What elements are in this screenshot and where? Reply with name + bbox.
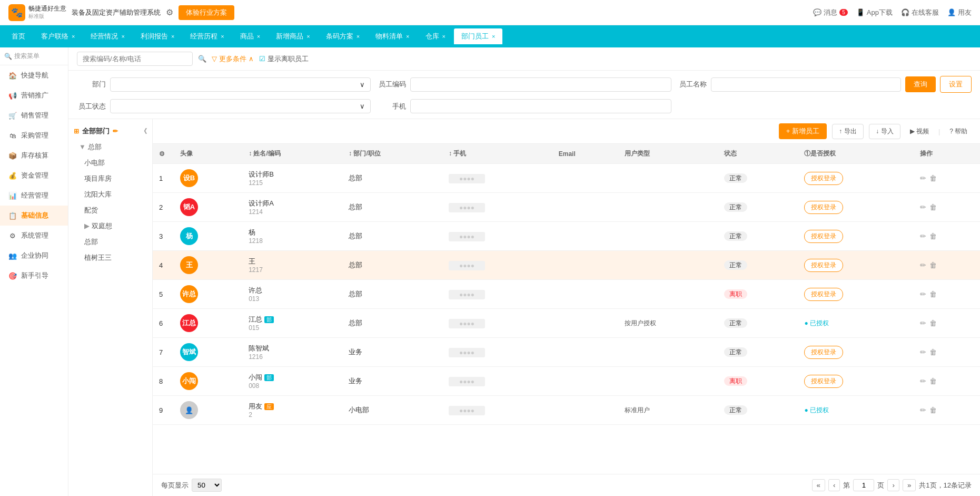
tab-bom-close[interactable]: × <box>406 33 409 40</box>
auth-btn[interactable]: 授权登录 <box>804 201 843 214</box>
sidebar-search[interactable]: 🔍 搜索菜单 <box>0 47 68 65</box>
col-settings[interactable]: ⚙ <box>153 144 174 164</box>
tab-history[interactable]: 经营历程× <box>183 28 231 44</box>
delete-btn[interactable]: 🗑 <box>929 348 937 356</box>
tab-history-close[interactable]: × <box>221 33 224 40</box>
sidebar-item-purchase[interactable]: 🛍 采购管理 <box>0 125 68 145</box>
sidebar-item-finance[interactable]: 💰 资金管理 <box>0 166 68 186</box>
dept-item-hq-parent[interactable]: ▼总部 <box>68 139 152 155</box>
user-btn[interactable]: 👤 用友 <box>947 8 972 17</box>
dept-item-shuang[interactable]: ▶双庭想 <box>74 218 152 234</box>
per-page-select[interactable]: 50 100 <box>192 479 222 492</box>
tab-barcode[interactable]: 条码方案× <box>319 28 367 44</box>
tab-home[interactable]: 首页 <box>4 28 33 44</box>
sidebar-item-marketing[interactable]: 📢 营销推广 <box>0 85 68 105</box>
sidebar-item-basic-info[interactable]: 📋 基础信息 <box>0 206 68 226</box>
cell-auth[interactable]: ● 已授权 <box>798 309 914 338</box>
cell-auth[interactable]: ● 已授权 <box>798 396 914 425</box>
tab-operations-close[interactable]: × <box>121 33 124 40</box>
edit-btn[interactable]: ✏ <box>920 377 926 385</box>
edit-btn[interactable]: ✏ <box>920 261 926 269</box>
auth-btn[interactable]: 授权登录 <box>804 375 843 388</box>
sidebar-item-guide[interactable]: 🎯 新手引导 <box>0 266 68 286</box>
system-gear-icon[interactable]: ⚙ <box>166 7 173 17</box>
prev-page-btn[interactable]: ‹ <box>828 479 840 491</box>
import-btn[interactable]: ↓导入 <box>869 124 900 139</box>
show-resigned-toggle[interactable]: ☑ 显示离职员工 <box>259 54 309 64</box>
tab-goods[interactable]: 商品× <box>233 28 268 44</box>
phone-input[interactable] <box>410 99 671 113</box>
query-btn[interactable]: 查询 <box>905 76 936 92</box>
dept-item-project[interactable]: 项目库房 <box>74 171 152 187</box>
cell-auth[interactable]: 授权登录 <box>798 338 914 367</box>
tab-employees-close[interactable]: × <box>492 33 495 40</box>
cell-auth[interactable]: 授权登录 <box>798 222 914 251</box>
set-btn[interactable]: 设置 <box>940 76 972 93</box>
sidebar-item-inventory[interactable]: 📦 库存核算 <box>0 145 68 166</box>
last-page-btn[interactable]: » <box>903 479 916 491</box>
dept-collapse-btn[interactable]: 《 <box>141 127 147 136</box>
dept-item-shenyang[interactable]: 沈阳大库 <box>74 187 152 202</box>
app-download-btn[interactable]: 📱 App下载 <box>856 8 893 17</box>
tab-operations[interactable]: 经营情况× <box>83 28 132 44</box>
delete-btn[interactable]: 🗑 <box>929 377 937 385</box>
auth-btn[interactable]: 授权登录 <box>804 346 843 359</box>
edit-btn[interactable]: ✏ <box>920 348 926 356</box>
add-employee-btn[interactable]: + 新增员工 <box>779 123 827 139</box>
auth-btn[interactable]: 授权登录 <box>804 172 843 185</box>
trial-btn[interactable]: 体验行业方案 <box>179 5 234 20</box>
tab-goods-close[interactable]: × <box>257 33 260 40</box>
cell-auth[interactable]: 授权登录 <box>798 367 914 396</box>
tab-new-goods[interactable]: 新增商品× <box>269 28 317 44</box>
more-conditions-btn[interactable]: ▽ 更多条件 ∧ <box>212 54 254 64</box>
emp-status-select[interactable]: ∨ <box>110 99 371 113</box>
dept-item-pei-huo[interactable]: 配货 <box>74 202 152 218</box>
cell-auth[interactable]: 授权登录 <box>798 193 914 222</box>
delete-btn[interactable]: 🗑 <box>929 290 937 298</box>
message-btn[interactable]: 💬 消息 5 <box>813 8 848 17</box>
col-name-code[interactable]: ↕ 姓名/编码 <box>242 144 342 164</box>
auth-btn[interactable]: 授权登录 <box>804 230 843 243</box>
tab-employees[interactable]: 部门员工× <box>454 28 502 44</box>
cell-auth[interactable]: 授权登录 <box>798 164 914 193</box>
sidebar-item-cooperation[interactable]: 👥 企业协同 <box>0 246 68 266</box>
dept-item-hq[interactable]: 总部 <box>74 234 152 250</box>
tab-warehouse-close[interactable]: × <box>442 33 446 40</box>
delete-btn[interactable]: 🗑 <box>929 319 937 327</box>
delete-btn[interactable]: 🗑 <box>929 203 937 211</box>
tab-profit[interactable]: 利润报告× <box>133 28 182 44</box>
emp-name-input[interactable] <box>711 77 901 92</box>
first-page-btn[interactable]: « <box>812 479 825 491</box>
tab-customer[interactable]: 客户联络× <box>34 28 82 44</box>
edit-btn[interactable]: ✏ <box>920 203 926 211</box>
emp-code-input[interactable] <box>410 77 671 92</box>
auth-btn[interactable]: 授权登录 <box>804 288 843 301</box>
sidebar-item-system[interactable]: ⚙ 系统管理 <box>0 226 68 246</box>
sidebar-item-operations[interactable]: 📊 经营管理 <box>0 186 68 206</box>
delete-btn[interactable]: 🗑 <box>929 174 937 182</box>
video-btn[interactable]: ▶视频 <box>906 124 933 139</box>
col-phone[interactable]: ↕ 手机 <box>442 144 552 164</box>
edit-btn[interactable]: ✏ <box>920 406 926 414</box>
dept-item-small-elec[interactable]: 小电部 <box>74 155 152 171</box>
delete-btn[interactable]: 🗑 <box>929 261 937 269</box>
edit-btn[interactable]: ✏ <box>920 232 926 240</box>
delete-btn[interactable]: 🗑 <box>929 232 937 240</box>
sidebar-item-quick-nav[interactable]: 🏠 快捷导航 <box>0 65 68 85</box>
edit-btn[interactable]: ✏ <box>920 290 926 298</box>
edit-btn[interactable]: ✏ <box>920 319 926 327</box>
online-service-btn[interactable]: 🎧 在线客服 <box>901 8 939 17</box>
search-btn[interactable]: 🔍 <box>198 55 206 63</box>
help-btn[interactable]: ?帮助 <box>945 124 972 139</box>
col-dept-position[interactable]: ↕ 部门/职位 <box>342 144 442 164</box>
page-input[interactable] <box>853 479 874 491</box>
cell-auth[interactable]: 授权登录 <box>798 280 914 309</box>
dept-select[interactable]: ∨ <box>110 77 371 92</box>
dept-tree-edit-icon[interactable]: ✏ <box>113 128 118 135</box>
tab-profit-close[interactable]: × <box>171 33 174 40</box>
auth-btn[interactable]: 授权登录 <box>804 259 843 272</box>
cell-auth[interactable]: 授权登录 <box>798 251 914 280</box>
export-btn[interactable]: ↑导出 <box>832 124 864 139</box>
search-input[interactable] <box>77 52 193 66</box>
tab-new-goods-close[interactable]: × <box>306 33 310 40</box>
